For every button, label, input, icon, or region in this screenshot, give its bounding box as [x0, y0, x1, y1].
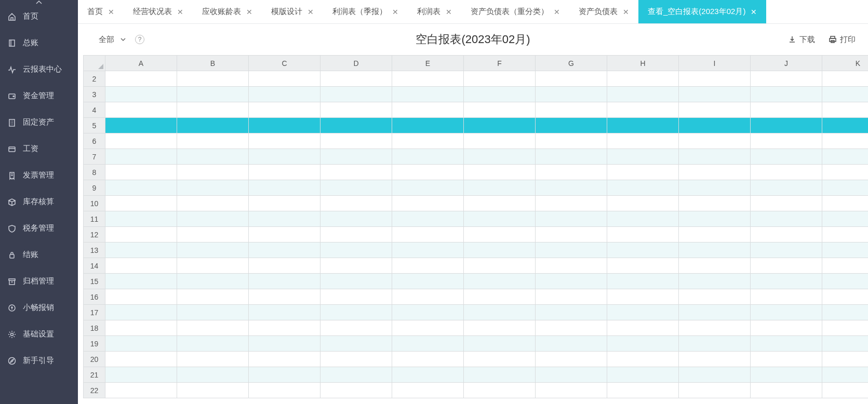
- cell-C3[interactable]: [249, 87, 321, 102]
- cell-E6[interactable]: [392, 133, 464, 149]
- cell-K19[interactable]: [822, 336, 869, 352]
- cell-E18[interactable]: [392, 320, 464, 336]
- sidebar-scroll-up[interactable]: [0, 0, 78, 4]
- cell-A9[interactable]: [105, 180, 177, 196]
- tab-6[interactable]: 资产负债表（重分类）✕: [461, 0, 569, 23]
- cell-I19[interactable]: [679, 336, 751, 352]
- cell-C19[interactable]: [249, 336, 321, 352]
- cell-F11[interactable]: [464, 211, 536, 227]
- cell-H2[interactable]: [607, 71, 679, 87]
- cell-D15[interactable]: [321, 274, 392, 289]
- cell-H6[interactable]: [607, 133, 679, 149]
- sidebar-item-guide[interactable]: 新手引导: [0, 347, 78, 374]
- row-header-4[interactable]: 4: [84, 102, 105, 118]
- cell-D5[interactable]: [321, 118, 392, 133]
- cell-G7[interactable]: [536, 149, 607, 165]
- row-header-6[interactable]: 6: [84, 133, 105, 149]
- cell-G21[interactable]: [536, 367, 607, 383]
- cell-I4[interactable]: [679, 102, 751, 118]
- cell-J3[interactable]: [751, 87, 822, 102]
- cell-C16[interactable]: [249, 289, 321, 305]
- cell-E17[interactable]: [392, 305, 464, 320]
- row-header-14[interactable]: 14: [84, 258, 105, 274]
- row-header-5[interactable]: 5: [84, 118, 105, 133]
- cell-J7[interactable]: [751, 149, 822, 165]
- cell-C8[interactable]: [249, 165, 321, 180]
- row-header-10[interactable]: 10: [84, 196, 105, 211]
- cell-K9[interactable]: [822, 180, 869, 196]
- cell-B17[interactable]: [177, 305, 249, 320]
- cell-A7[interactable]: [105, 149, 177, 165]
- cell-I16[interactable]: [679, 289, 751, 305]
- cell-G5[interactable]: [536, 118, 607, 133]
- sidebar-item-ledger[interactable]: 总账: [0, 30, 78, 56]
- cell-H9[interactable]: [607, 180, 679, 196]
- cell-E10[interactable]: [392, 196, 464, 211]
- cell-K6[interactable]: [822, 133, 869, 149]
- cell-B2[interactable]: [177, 71, 249, 87]
- cell-A2[interactable]: [105, 71, 177, 87]
- cell-H17[interactable]: [607, 305, 679, 320]
- cell-D10[interactable]: [321, 196, 392, 211]
- cell-B19[interactable]: [177, 336, 249, 352]
- tab-1[interactable]: 经营状况表✕: [124, 0, 193, 23]
- col-header-F[interactable]: F: [464, 56, 536, 71]
- cell-I21[interactable]: [679, 367, 751, 383]
- cell-F17[interactable]: [464, 305, 536, 320]
- cell-B6[interactable]: [177, 133, 249, 149]
- cell-B4[interactable]: [177, 102, 249, 118]
- cell-K15[interactable]: [822, 274, 869, 289]
- cell-F22[interactable]: [464, 383, 536, 398]
- row-header-2[interactable]: 2: [84, 71, 105, 87]
- cell-G2[interactable]: [536, 71, 607, 87]
- cell-F6[interactable]: [464, 133, 536, 149]
- cell-K13[interactable]: [822, 243, 869, 258]
- download-button[interactable]: 下载: [788, 35, 815, 45]
- cell-K17[interactable]: [822, 305, 869, 320]
- cell-K11[interactable]: [822, 211, 869, 227]
- cell-A19[interactable]: [105, 336, 177, 352]
- cell-D2[interactable]: [321, 71, 392, 87]
- cell-H4[interactable]: [607, 102, 679, 118]
- cell-B9[interactable]: [177, 180, 249, 196]
- col-header-B[interactable]: B: [177, 56, 249, 71]
- col-header-A[interactable]: A: [105, 56, 177, 71]
- close-icon[interactable]: ✕: [177, 8, 183, 16]
- sidebar-item-fund[interactable]: 资金管理: [0, 83, 78, 109]
- cell-J12[interactable]: [751, 227, 822, 243]
- close-icon[interactable]: ✕: [308, 8, 314, 16]
- cell-E9[interactable]: [392, 180, 464, 196]
- cell-G6[interactable]: [536, 133, 607, 149]
- row-header-8[interactable]: 8: [84, 165, 105, 180]
- cell-K22[interactable]: [822, 383, 869, 398]
- cell-J8[interactable]: [751, 165, 822, 180]
- cell-H16[interactable]: [607, 289, 679, 305]
- cell-H13[interactable]: [607, 243, 679, 258]
- sidebar-item-close[interactable]: 结账: [0, 241, 78, 268]
- cell-E2[interactable]: [392, 71, 464, 87]
- cell-F21[interactable]: [464, 367, 536, 383]
- cell-A15[interactable]: [105, 274, 177, 289]
- cell-H3[interactable]: [607, 87, 679, 102]
- cell-K7[interactable]: [822, 149, 869, 165]
- cell-J20[interactable]: [751, 352, 822, 367]
- cell-F7[interactable]: [464, 149, 536, 165]
- cell-H22[interactable]: [607, 383, 679, 398]
- cell-F16[interactable]: [464, 289, 536, 305]
- cell-D8[interactable]: [321, 165, 392, 180]
- cell-H14[interactable]: [607, 258, 679, 274]
- cell-K14[interactable]: [822, 258, 869, 274]
- cell-A20[interactable]: [105, 352, 177, 367]
- cell-J6[interactable]: [751, 133, 822, 149]
- cell-C13[interactable]: [249, 243, 321, 258]
- col-header-G[interactable]: G: [536, 56, 607, 71]
- cell-H12[interactable]: [607, 227, 679, 243]
- cell-E5[interactable]: [392, 118, 464, 133]
- cell-H7[interactable]: [607, 149, 679, 165]
- cell-B3[interactable]: [177, 87, 249, 102]
- cell-G8[interactable]: [536, 165, 607, 180]
- row-header-16[interactable]: 16: [84, 289, 105, 305]
- cell-E20[interactable]: [392, 352, 464, 367]
- cell-E3[interactable]: [392, 87, 464, 102]
- row-header-7[interactable]: 7: [84, 149, 105, 165]
